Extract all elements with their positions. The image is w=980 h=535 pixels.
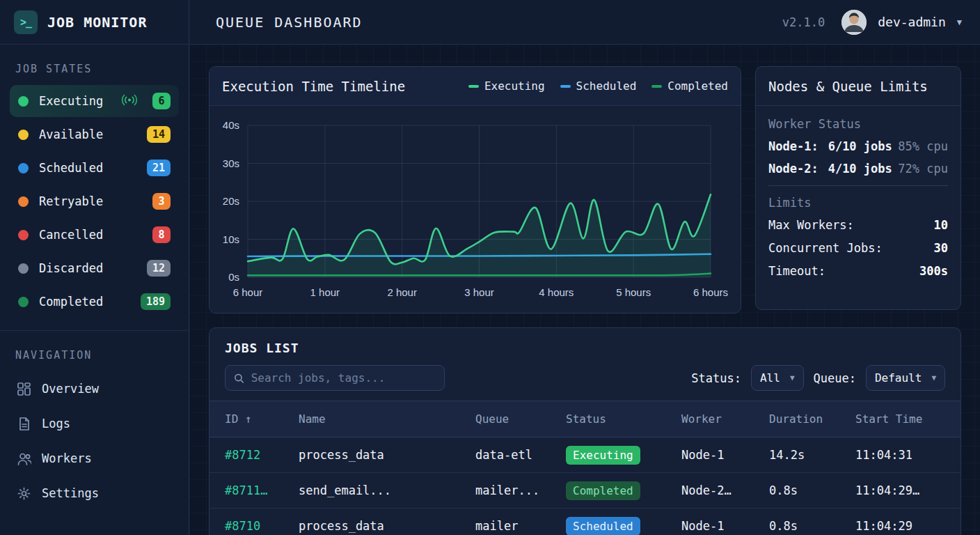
- job-id-link[interactable]: #8712: [225, 448, 299, 462]
- limit-row: Concurrent Jobs:30: [768, 241, 948, 255]
- search-box[interactable]: [225, 365, 445, 391]
- job-id-link[interactable]: #8710: [225, 519, 299, 533]
- job-id-link[interactable]: #8711…: [225, 483, 299, 497]
- queue-filter-select[interactable]: Default▼: [866, 365, 945, 391]
- sidebar-item-retryable[interactable]: Retryable3: [10, 185, 179, 217]
- search-input[interactable]: [251, 371, 436, 385]
- legend-label: Executing: [484, 79, 545, 93]
- table-header-row: ID ↑NameQueueStatusWorkerDurationStart T…: [210, 401, 961, 437]
- column-header[interactable]: Queue: [475, 412, 566, 426]
- column-header[interactable]: ID ↑: [225, 412, 299, 426]
- chevron-down-icon[interactable]: ▼: [957, 17, 962, 27]
- navigation-list: OverviewLogsWorkersSettings: [10, 371, 179, 511]
- sidebar-item-settings[interactable]: Settings: [10, 476, 179, 511]
- column-header[interactable]: Status: [566, 412, 681, 426]
- job-start-time: 11:04:29: [855, 519, 961, 533]
- svg-text:0s: 0s: [228, 271, 239, 283]
- limits-header: Limits: [768, 196, 948, 210]
- topbar-right: v2.1.0 dev-admin ▼: [782, 10, 980, 35]
- svg-text:40s: 40s: [223, 119, 239, 131]
- limit-value: 30: [934, 241, 948, 255]
- table-row[interactable]: #8711…send_email...mailer...CompletedNod…: [210, 473, 961, 509]
- limit-row: Timeout:300s: [768, 264, 948, 278]
- sidebar: JOB STATES Executing6Available14Schedule…: [0, 45, 189, 535]
- job-status-cell: Completed: [566, 481, 681, 500]
- username-label[interactable]: dev-admin: [878, 15, 946, 29]
- sidebar-item-discarded[interactable]: Discarded12: [10, 252, 179, 284]
- live-indicator: [121, 94, 138, 109]
- jobs-card: JOBS LIST Status:All▼Queue:Default▼ ID ↑…: [209, 327, 961, 535]
- timeline-title: Execution Time Timeline: [222, 79, 405, 94]
- svg-text:10s: 10s: [223, 233, 239, 245]
- table-row[interactable]: #8710process_datamailerScheduledNode-10.…: [210, 509, 961, 535]
- sidebar-item-overview[interactable]: Overview: [10, 371, 179, 406]
- legend-swatch: [651, 85, 662, 88]
- column-header[interactable]: Name: [299, 412, 475, 426]
- state-count-badge: 6: [152, 93, 171, 109]
- version-label: v2.1.0: [782, 15, 825, 29]
- chart-legend: ExecutingScheduledCompleted: [468, 79, 728, 93]
- state-label: Scheduled: [39, 161, 103, 175]
- chevron-down-icon: ▼: [931, 373, 936, 382]
- selected-value: Default: [875, 371, 922, 385]
- sidebar-item-cancelled[interactable]: Cancelled8: [10, 219, 179, 251]
- job-start-time: 11:04:29…: [855, 483, 961, 497]
- grid-icon: [17, 382, 31, 396]
- sidebar-item-logs[interactable]: Logs: [10, 406, 179, 441]
- state-label: Retryable: [39, 194, 103, 208]
- sidebar-item-executing[interactable]: Executing6: [10, 85, 179, 117]
- status-filter-select[interactable]: All▼: [751, 365, 804, 391]
- state-label: Executing: [39, 94, 103, 108]
- page-title: QUEUE DASHBOARD: [216, 14, 363, 31]
- svg-text:6 hours: 6 hours: [693, 286, 728, 298]
- navigation-header: NAVIGATION: [15, 349, 173, 362]
- sidebar-item-completed[interactable]: Completed189: [10, 286, 179, 318]
- state-count-badge: 8: [152, 226, 171, 243]
- node-status-row: Node-1:6/10 jobs85% cpu: [768, 139, 948, 153]
- nodes-divider: [768, 185, 948, 186]
- job-queue: mailer...: [475, 483, 566, 497]
- node-jobs: 4/10 jobs: [828, 162, 892, 176]
- sidebar-divider: [0, 330, 189, 331]
- state-dot: [18, 130, 29, 140]
- state-count-badge: 189: [141, 293, 171, 310]
- node-name: Node-1:: [768, 139, 819, 153]
- table-row[interactable]: #8712process_datadata-etlExecutingNode-1…: [210, 437, 961, 473]
- node-jobs: 6/10 jobs: [828, 139, 892, 153]
- search-icon: [234, 373, 244, 384]
- sidebar-item-scheduled[interactable]: Scheduled21: [10, 152, 179, 184]
- limit-label: Timeout:: [768, 264, 825, 278]
- state-dot: [18, 297, 29, 307]
- state-count-badge: 12: [147, 260, 171, 277]
- nodes-card-title: Nodes & Queue Limits: [756, 67, 961, 106]
- svg-text:1 hour: 1 hour: [310, 286, 340, 298]
- job-worker: Node-2…: [681, 483, 769, 497]
- nav-label: Logs: [42, 417, 70, 431]
- status-badge: Executing: [566, 446, 640, 465]
- state-dot: [18, 263, 29, 274]
- timeline-card: Execution Time Timeline ExecutingSchedul…: [209, 66, 741, 313]
- sidebar-item-available[interactable]: Available14: [10, 118, 179, 150]
- svg-text:4 hours: 4 hours: [539, 286, 574, 298]
- state-label: Available: [39, 127, 103, 141]
- nav-label: Overview: [42, 382, 99, 396]
- live-icon: [121, 94, 138, 106]
- svg-text:3 hour: 3 hour: [464, 286, 494, 298]
- status-badge: Completed: [566, 481, 640, 500]
- avatar[interactable]: [841, 10, 867, 35]
- job-name: send_email...: [299, 483, 475, 497]
- node-rows: Node-1:6/10 jobs85% cpuNode-2:4/10 jobs7…: [768, 139, 948, 176]
- column-header[interactable]: Start Time: [855, 412, 961, 426]
- gear-icon: [17, 486, 31, 501]
- column-header[interactable]: Duration: [769, 412, 855, 426]
- jobs-toolbar: Status:All▼Queue:Default▼: [225, 365, 945, 391]
- legend-item-executing: Executing: [468, 79, 545, 93]
- column-header[interactable]: Worker: [681, 412, 769, 426]
- nodes-card-body: Worker Status Node-1:6/10 jobs85% cpuNod…: [756, 106, 961, 278]
- node-cpu: 85% cpu: [898, 139, 948, 153]
- job-worker: Node-1: [681, 448, 769, 462]
- sidebar-item-workers[interactable]: Workers: [10, 441, 179, 476]
- job-queue: mailer: [475, 519, 566, 533]
- nodes-card: Nodes & Queue Limits Worker Status Node-…: [755, 66, 961, 310]
- svg-text:6 hour: 6 hour: [233, 286, 263, 298]
